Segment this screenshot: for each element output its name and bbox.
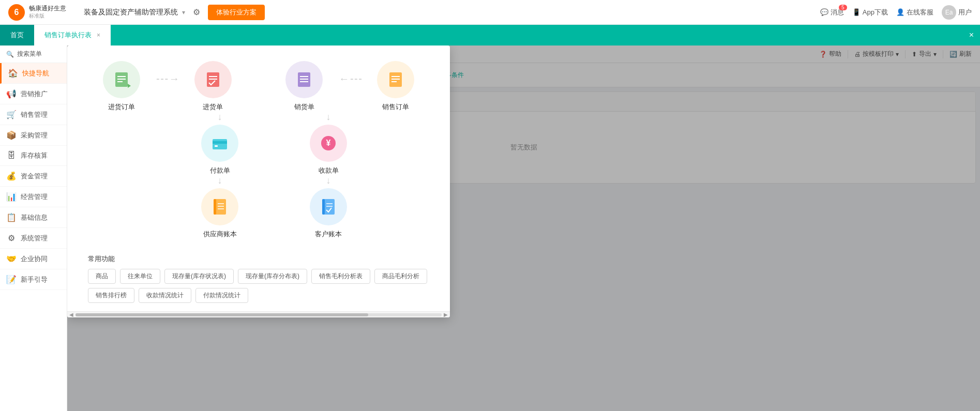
- cf-btn-product-profit[interactable]: 商品毛利分析: [374, 269, 427, 284]
- svg-rect-16: [213, 139, 227, 149]
- logo-text-area: 畅康通好生意 标准版: [29, 5, 66, 20]
- sidebar-label-marketing: 营销推广: [21, 89, 48, 99]
- content-area: ❓ 帮助 🖨 按模板打印 ▾ ⬆ 导出 ▾ 🔄 刷新: [67, 45, 980, 411]
- sidebar-label-sales: 销售管理: [21, 110, 48, 119]
- tab-close-icon[interactable]: ×: [97, 32, 100, 39]
- scroll-left-icon[interactable]: ◀: [69, 312, 73, 317]
- user-menu[interactable]: Ea 用户: [942, 5, 972, 20]
- cf-btn-product[interactable]: 商品: [88, 269, 116, 284]
- flow-diagram: 进货订单 - - - → 进货单: [67, 45, 450, 249]
- purchase-receipt-label: 进货单: [203, 102, 223, 112]
- purchase-icon: 📦: [6, 130, 17, 140]
- system-title-text: 装备及固定资产辅助管理系统: [84, 8, 178, 17]
- avatar: Ea: [942, 5, 956, 20]
- system-title-area: 装备及固定资产辅助管理系统 ▾ ⚙ 体验行业方案: [84, 5, 820, 20]
- scrollbar-track[interactable]: [76, 313, 442, 316]
- nav-close-button[interactable]: ×: [969, 25, 980, 45]
- sales-receipt-label: 销货单: [294, 102, 314, 112]
- purchase-order-label: 进货订单: [108, 102, 135, 112]
- sidebar-label-collab: 企业协同: [21, 254, 48, 264]
- message-button[interactable]: 💬 消息 5: [820, 8, 844, 17]
- sidebar-item-purchase[interactable]: 📦 采购管理: [0, 125, 67, 146]
- arrow-down1: ↓: [186, 112, 253, 123]
- svg-rect-27: [322, 199, 325, 215]
- supplier-ledger-label: 供应商账本: [203, 230, 237, 239]
- home-tab-label: 首页: [10, 31, 24, 40]
- sidebar-label-purchase: 采购管理: [21, 131, 48, 140]
- header-right: 💬 消息 5 📱 App下载 👤 在线客服 Ea 用户: [820, 5, 972, 20]
- sidebar-item-collab[interactable]: 🤝 企业协同: [0, 249, 67, 269]
- sidebar-item-marketing[interactable]: 📢 营销推广: [0, 84, 67, 104]
- app-icon: 📱: [852, 8, 861, 16]
- payment-circle: [201, 125, 238, 162]
- finance-icon: 💰: [6, 171, 17, 181]
- cf-btn-payment-stats[interactable]: 付款情况统计: [195, 288, 248, 303]
- sidebar-item-sales[interactable]: 🛒 销售管理: [0, 104, 67, 125]
- cf-btn-sales-profit[interactable]: 销售毛利分析表: [311, 269, 370, 284]
- flow-arrows-row2: ↓ ↓: [88, 175, 429, 186]
- modal-overlay[interactable]: 进货订单 - - - → 进货单: [67, 45, 980, 411]
- cf-btn-stock-dist[interactable]: 现存量(库存分布表): [238, 269, 307, 284]
- sidebar-label-basic-info: 基础信息: [21, 213, 48, 222]
- cf-buttons-row2: 销售排行榜 收款情况统计 付款情况统计: [88, 288, 429, 303]
- sidebar-label-system: 系统管理: [21, 234, 48, 243]
- flow-row-2: 付款单 ¥ 收款单: [88, 125, 429, 175]
- cf-btn-receipt-stats[interactable]: 收款情况统计: [139, 288, 191, 303]
- sidebar-item-basic-info[interactable]: 📋 基础信息: [0, 207, 67, 228]
- arrow-down2: ↓: [295, 112, 362, 123]
- common-functions-title: 常用功能: [88, 254, 429, 264]
- cf-btn-partner[interactable]: 往来单位: [120, 269, 160, 284]
- logo-sub: 标准版: [29, 12, 66, 20]
- sales-receipt-circle: [285, 61, 323, 98]
- search-menu-label: 搜索菜单: [17, 50, 42, 58]
- arrow-down3: ↓: [186, 175, 253, 186]
- cf-btn-stock-status[interactable]: 现存量(库存状况表): [164, 269, 234, 284]
- trial-button[interactable]: 体验行业方案: [208, 5, 265, 20]
- system-icon: ⚙: [6, 233, 17, 243]
- arrow-h1: - - - →: [155, 73, 179, 100]
- supplier-ledger-circle: [201, 188, 238, 225]
- sidebar-item-inventory[interactable]: 🗄 库存核算: [0, 146, 67, 166]
- tab-home[interactable]: 首页: [0, 25, 34, 45]
- top-header: 6 畅康通好生意 标准版 装备及固定资产辅助管理系统 ▾ ⚙ 体验行业方案 💬 …: [0, 0, 980, 25]
- modal-box: 进货订单 - - - → 进货单: [67, 45, 450, 317]
- flow-row-3: 供应商账本 客户账本: [88, 188, 429, 239]
- sidebar-item-guide[interactable]: 📝 新手引导: [0, 269, 67, 290]
- username-label: 用户: [958, 8, 972, 17]
- flow-node-receipt: ¥ 收款单: [295, 125, 362, 175]
- flow-node-purchase-receipt: 进货单: [179, 61, 247, 112]
- logo-icon: 6: [8, 4, 25, 21]
- common-functions-area: 常用功能 商品 往来单位 现存量(库存状况表) 现存量(库存分布表) 销售毛利分…: [67, 249, 450, 311]
- flow-row-1: 进货订单 - - - → 进货单: [88, 61, 429, 112]
- purchase-order-circle: [103, 61, 140, 98]
- chevron-down-icon[interactable]: ▾: [182, 9, 185, 16]
- service-label: 在线客服: [907, 8, 933, 17]
- flow-node-customer-ledger: 客户账本: [295, 188, 362, 239]
- sales-order-label: 销售订单: [382, 102, 409, 112]
- online-service-button[interactable]: 👤 在线客服: [896, 8, 933, 17]
- sidebar-item-finance[interactable]: 💰 资金管理: [0, 166, 67, 187]
- service-icon: 👤: [896, 8, 904, 16]
- tab-sales-order[interactable]: 销售订单执行表 ×: [34, 25, 111, 45]
- svg-rect-18: [215, 145, 218, 147]
- settings-icon-button[interactable]: ⚙: [189, 5, 204, 20]
- scrollbar-thumb: [76, 313, 368, 316]
- home-icon: 🏠: [8, 68, 18, 78]
- message-icon: 💬: [820, 8, 828, 16]
- main-layout: 🔍 搜索菜单 🏠 快捷导航 📢 营销推广 🛒 销售管理 📦 采购管理 🗄 库存核…: [0, 45, 980, 411]
- sales-order-tab-label: 销售订单执行表: [44, 31, 92, 40]
- app-download-button[interactable]: 📱 App下载: [852, 8, 888, 17]
- sidebar-item-operations[interactable]: 📊 经营管理: [0, 187, 67, 207]
- receipt-label: 收款单: [319, 166, 339, 175]
- customer-ledger-circle: [310, 188, 347, 225]
- sidebar-label-quick-nav: 快捷导航: [22, 69, 49, 78]
- scroll-right-icon[interactable]: ▶: [444, 312, 448, 317]
- sales-icon: 🛒: [6, 110, 17, 119]
- sidebar-item-system[interactable]: ⚙ 系统管理: [0, 228, 67, 249]
- cf-btn-sales-ranking[interactable]: 销售排行榜: [88, 288, 134, 303]
- receipt-circle: ¥: [310, 125, 347, 162]
- sidebar-item-quick-nav[interactable]: 🏠 快捷导航: [0, 63, 67, 84]
- sales-order-circle: [377, 61, 414, 98]
- payment-label: 付款单: [210, 166, 230, 175]
- search-menu-button[interactable]: 🔍 搜索菜单: [0, 45, 67, 63]
